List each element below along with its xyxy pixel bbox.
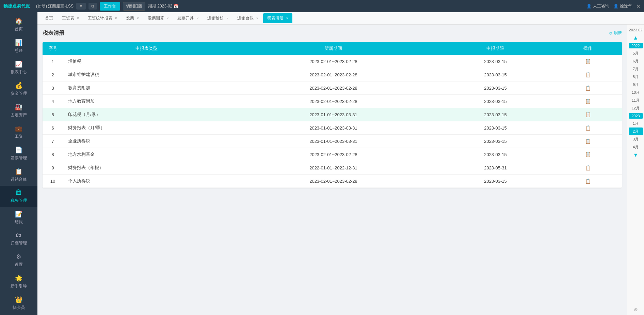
panel-month-8月[interactable]: 8月 [629, 73, 643, 81]
sidebar-item-报表中心[interactable]: 📈 报表中心 [0, 57, 37, 78]
tab-close-icon[interactable]: × [256, 16, 258, 20]
table-row: 8地方水利基金2023-02-01~2023-02-282023-03-15📋 [43, 148, 622, 161]
tab-首页[interactable]: 首页 [41, 13, 57, 23]
panel-month-3月[interactable]: 3月 [629, 135, 643, 143]
sidebar-icon: 📝 [15, 210, 22, 218]
sidebar-item-总账[interactable]: 📊 总账 [0, 35, 37, 57]
panel-month-11月[interactable]: 11月 [629, 96, 643, 104]
tab-label: 工资表 [62, 15, 74, 21]
sidebar-item-设置[interactable]: ⚙ 设置 [0, 250, 37, 271]
tab-close-icon[interactable]: × [286, 16, 288, 20]
panel-month-12月[interactable]: 12月 [629, 104, 643, 112]
sidebar-label: 畅会员 [13, 305, 25, 311]
ai-consult-btn[interactable]: 👤 人工咨询 [586, 3, 609, 9]
action-view-icon[interactable]: 📋 [585, 125, 591, 131]
cell-action: 📋 [554, 108, 622, 121]
copy-btn[interactable]: ⧉ [88, 3, 97, 10]
sidebar-icon: 🏠 [15, 17, 22, 25]
tab-进销稽核[interactable]: 进销稽核× [203, 13, 232, 23]
sidebar-item-新手引导[interactable]: 🌟 新手引导 [0, 271, 37, 292]
sidebar-icon: 📊 [15, 39, 22, 46]
panel-month-6月[interactable]: 6月 [629, 57, 643, 65]
sidebar-item-工资[interactable]: 💼 工资 [0, 121, 37, 143]
cell-period: 2023-02-01~2023-02-28 [230, 175, 437, 188]
sidebar-item-结账[interactable]: 📝 结账 [0, 207, 37, 228]
user-menu[interactable]: 👤 徐逢华 [613, 3, 632, 9]
sidebar-item-发票管理[interactable]: 📄 发票管理 [0, 143, 37, 164]
cell-index: 5 [43, 108, 63, 121]
tab-发票开具[interactable]: 发票开具× [173, 13, 203, 23]
sidebar-item-归档管理[interactable]: 🗂 归档管理 [0, 228, 37, 250]
tab-工资统计报表[interactable]: 工资统计报表× [84, 13, 121, 23]
tab-close-icon[interactable]: × [226, 16, 228, 20]
cell-deadline: 2023-05-31 [437, 161, 554, 175]
action-view-icon[interactable]: 📋 [585, 152, 591, 157]
workbench-btn[interactable]: 工作台 [100, 2, 120, 11]
tab-进销台账[interactable]: 进销台账× [233, 13, 262, 23]
panel-month-5月[interactable]: 5月 [629, 49, 643, 57]
refresh-btn[interactable]: ↻ 刷新 [609, 30, 622, 36]
panel-month-2月[interactable]: 2月 [629, 127, 643, 135]
tab-工资表[interactable]: 工资表× [58, 13, 83, 23]
cell-period: 2022-01-01~2022-12-31 [230, 161, 437, 175]
sidebar-label: 发票管理 [11, 155, 27, 161]
refresh-icon: ↻ [609, 31, 612, 36]
col-header-index: 序号 [43, 42, 63, 55]
cell-action: 📋 [554, 161, 622, 175]
action-view-icon[interactable]: 📋 [585, 165, 591, 170]
cell-period: 2023-02-01~2023-02-28 [230, 68, 437, 81]
top-bar: 畅捷通易代账 (勿动) 江西服宝-LSS ▼ ⧉ 工作台 切到旧版 期期 202… [0, 0, 644, 12]
action-view-icon[interactable]: 📋 [585, 85, 591, 91]
panel-year-2022[interactable]: 2022 [629, 43, 643, 48]
panel-collapse-btn[interactable]: ⊗ [633, 306, 639, 313]
cell-index: 9 [43, 161, 63, 175]
tab-close-icon[interactable]: × [167, 16, 169, 20]
panel-year-2023[interactable]: 2023 [629, 113, 643, 119]
table-row: 1增值税2023-02-01~2023-02-282023-03-15📋 [43, 55, 622, 68]
sidebar-icon: ⚙ [16, 253, 21, 260]
company-dropdown-btn[interactable]: ▼ [76, 3, 86, 10]
cell-type: 财务报表（年报） [63, 161, 230, 175]
switch-old-btn[interactable]: 切到旧版 [123, 2, 145, 11]
cell-index: 8 [43, 148, 63, 161]
panel-month-4月[interactable]: 4月 [629, 143, 643, 151]
tab-close-icon[interactable]: × [77, 16, 79, 20]
action-view-icon[interactable]: 📋 [585, 72, 591, 77]
tab-发票测算[interactable]: 发票测算× [144, 13, 173, 23]
tab-税表清册[interactable]: 税表清册× [263, 13, 292, 23]
panel-month-1月[interactable]: 1月 [629, 120, 643, 127]
page-content: 税表清册 ↻ 刷新 序号申报表类型所属期间申报期限操作 1增值税2023-02-… [37, 25, 644, 315]
sidebar-item-固定资产[interactable]: 🏭 固定资产 [0, 100, 37, 121]
panel-month-7月[interactable]: 7月 [629, 65, 643, 73]
tab-发票[interactable]: 发票× [122, 13, 143, 23]
tab-close-icon[interactable]: × [196, 16, 198, 20]
action-view-icon[interactable]: 📋 [585, 99, 591, 104]
col-header-deadline: 申报期限 [437, 42, 554, 55]
panel-month-9月[interactable]: 9月 [629, 81, 643, 89]
close-btn[interactable]: ✕ [636, 3, 641, 10]
col-header-period: 所属期间 [230, 42, 437, 55]
panel-up-nav[interactable]: ▲ [632, 34, 640, 42]
sidebar-item-首页[interactable]: 🏠 首页 [0, 14, 37, 35]
action-view-icon[interactable]: 📋 [585, 59, 591, 64]
cell-action: 📋 [554, 55, 622, 68]
sidebar-label: 工资 [15, 134, 23, 139]
sidebar-icon: 📋 [15, 168, 22, 175]
action-view-icon[interactable]: 📋 [585, 138, 591, 144]
sidebar-item-资金管理[interactable]: 💰 资金管理 [0, 78, 37, 100]
content-area: 首页工资表×工资统计报表×发票×发票测算×发票开具×进销稽核×进销台账×税表清册… [37, 12, 644, 315]
company-name: (勿动) 江西服宝-LSS [36, 3, 74, 9]
sidebar-item-税务管理[interactable]: 🏛 税务管理 [0, 186, 37, 207]
action-view-icon[interactable]: 📋 [585, 112, 591, 117]
sidebar-item-畅会员[interactable]: 👑 畅会员 [0, 292, 37, 314]
panel-month-10月[interactable]: 10月 [629, 89, 643, 96]
sidebar-item-进销台账[interactable]: 📋 进销台账 [0, 164, 37, 186]
cell-type: 增值税 [63, 55, 230, 68]
cell-index: 7 [43, 135, 63, 148]
table-row: 7企业所得税2023-01-01~2023-03-312023-03-15📋 [43, 135, 622, 148]
cell-deadline: 2023-03-15 [437, 148, 554, 161]
panel-down-nav[interactable]: ▼ [632, 151, 640, 159]
tab-close-icon[interactable]: × [137, 16, 139, 20]
tab-close-icon[interactable]: × [115, 16, 117, 20]
action-view-icon[interactable]: 📋 [585, 178, 591, 184]
